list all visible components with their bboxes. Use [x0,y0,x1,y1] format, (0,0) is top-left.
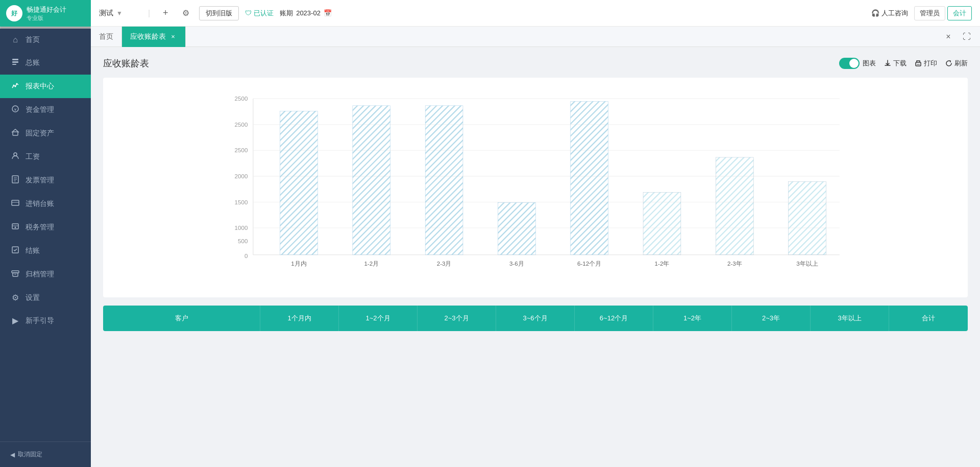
main-area: 测试 ▼ | + ⚙ 切到旧版 🛡 已认证 账期 2023-02 📅 🎧 人工咨… [91,0,980,467]
refresh-icon [945,60,952,67]
app-logo-icon: 好 [6,5,22,21]
refresh-btn[interactable]: 刷新 [945,59,968,68]
sidebar-item-fixed-assets[interactable]: 固定资产 [0,122,91,145]
topbar: 测试 ▼ | + ⚙ 切到旧版 🛡 已认证 账期 2023-02 📅 🎧 人工咨… [91,0,980,27]
chart-container: 2500 2500 2500 2000 1500 1000 500 0 [103,78,968,297]
bar-2-3月 [425,106,463,255]
bar-1月内 [280,111,318,254]
svg-point-6 [15,86,16,87]
sidebar-item-capital[interactable]: ¥ 资金管理 [0,98,91,122]
tabbar-actions: × ⛶ [935,30,980,44]
tab-aging-report[interactable]: 应收账龄表 × [122,27,186,47]
svg-text:2000: 2000 [235,173,248,179]
sidebar-item-ledger[interactable]: 总账 [0,51,91,75]
sidebar-item-salary[interactable]: 工资 [0,145,91,169]
user-btn[interactable]: 管理员 [914,6,945,20]
table-header-total: 合计 [889,306,968,331]
download-btn[interactable]: 下载 [884,59,906,68]
period-label: 账期 [280,9,293,18]
svg-rect-3 [12,61,18,63]
table-header-1-2y: 1~2年 [653,306,732,331]
purchase-sale-icon [10,199,20,209]
report-icon [10,81,20,91]
consult-btn[interactable]: 🎧 人工咨询 [871,9,908,18]
verified-label: 已认证 [254,9,274,18]
svg-text:500: 500 [238,238,248,244]
bar-3-6月 [498,203,535,255]
home-icon: ⌂ [10,35,20,44]
module-name: 测试 [99,9,113,18]
switch-old-version-btn[interactable]: 切到旧版 [199,6,239,20]
svg-rect-2 [12,59,18,60]
cancel-fixed-btn[interactable]: ◀ 取消固定 [5,447,86,462]
sidebar-item-label: 总账 [26,58,40,67]
fixed-assets-icon [10,128,20,138]
sidebar-item-label: 工资 [26,152,40,161]
svg-text:2500: 2500 [235,122,248,128]
svg-point-20 [15,227,16,228]
add-module-btn[interactable]: + [158,6,173,20]
settings-icon: ⚙ [10,293,20,302]
consult-headset-icon: 🎧 [871,9,879,17]
period-value: 2023-02 [296,9,321,17]
sidebar-logo: 好 畅捷通好会计 专业版 [0,0,91,27]
sidebar-item-home[interactable]: ⌂ 首页 [0,29,91,51]
svg-text:2500: 2500 [235,96,248,102]
window-expand-btn[interactable]: ⛶ [960,30,974,44]
sidebar-item-label: 设置 [26,293,40,302]
sidebar-item-invoice[interactable]: 发票管理 [0,169,91,192]
sidebar: 好 畅捷通好会计 专业版 ⌂ 首页 总账 [0,0,91,467]
chart-toggle[interactable] [839,58,860,69]
sidebar-item-tax[interactable]: 税务管理 [0,216,91,239]
module-selector[interactable]: 测试 ▼ [99,9,140,18]
window-close-btn[interactable]: × [941,30,955,44]
consult-label: 人工咨询 [881,9,908,18]
svg-text:3年以上: 3年以上 [796,261,818,267]
sidebar-item-archive[interactable]: 归档管理 [0,263,91,286]
sidebar-item-close-accounts[interactable]: 结账 [0,239,91,263]
bar-1-2年 [643,192,681,254]
svg-text:好: 好 [11,10,18,17]
page-header: 应收账龄表 图表 下载 [103,57,968,69]
svg-text:0: 0 [244,253,248,259]
cancel-fixed-label: 取消固定 [18,450,42,459]
sidebar-scrollbar-top[interactable] [0,27,91,29]
sidebar-item-label: 新手引导 [26,316,54,325]
calendar-icon[interactable]: 📅 [324,9,332,17]
sidebar-item-label: 资金管理 [26,105,54,114]
topbar-gear-btn[interactable]: ⚙ [179,6,193,20]
sidebar-item-settings[interactable]: ⚙ 设置 [0,286,91,309]
module-dropdown-icon: ▼ [116,10,122,17]
table-header-1m: 1个月内 [260,306,339,331]
role-btn[interactable]: 会计 [947,6,972,20]
sidebar-item-purchase-sale[interactable]: 进销台账 [0,192,91,216]
tab-home[interactable]: 首页 [91,27,122,47]
capital-icon: ¥ [10,105,20,115]
tax-icon [10,222,20,232]
table-header-customer: 客户 [103,306,260,331]
table-header-2-3y: 2~3年 [732,306,811,331]
table-container: 客户 1个月内 1~2个月 2~3个月 3~6个月 6~12个月 1~2年 2~… [103,306,968,331]
svg-text:6-12个月: 6-12个月 [577,261,601,267]
sidebar-item-guide[interactable]: ▶ 新手引导 [0,309,91,332]
svg-text:2-3月: 2-3月 [437,261,452,267]
ledger-icon [10,58,20,68]
sidebar-item-report[interactable]: 报表中心 [0,75,91,98]
toggle-knob [849,59,859,68]
svg-text:1500: 1500 [235,199,248,205]
print-btn[interactable]: 打印 [915,59,937,68]
bar-6-12月 [571,101,608,254]
sidebar-item-label: 报表中心 [26,82,54,91]
tab-close-btn[interactable]: × [169,33,177,41]
bar-1-2月 [353,106,390,255]
page-title: 应收账龄表 [103,57,149,69]
table-header-1-2m: 1~2个月 [339,306,418,331]
topbar-divider-1: | [148,9,150,18]
svg-point-7 [16,83,18,85]
app-logo-text: 畅捷通好会计 专业版 [27,5,66,22]
tab-aging-report-label: 应收账龄表 [130,32,166,41]
sidebar-item-label: 固定资产 [26,129,54,138]
cancel-fixed-icon: ◀ [10,451,15,458]
archive-icon [10,269,20,279]
sidebar-item-label: 进销台账 [26,199,54,208]
